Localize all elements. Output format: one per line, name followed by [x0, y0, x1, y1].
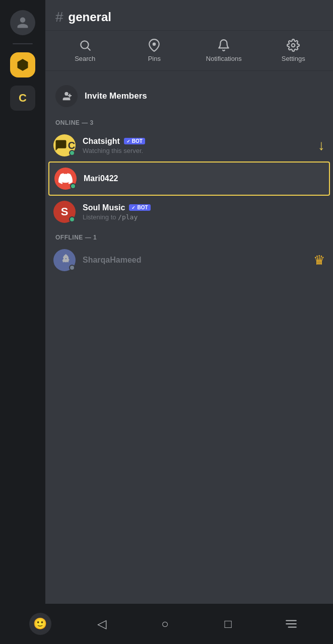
chatsight-avatar-wrapper: C — [53, 134, 76, 156]
gear-icon — [287, 39, 300, 52]
svg-point-3 — [292, 44, 295, 47]
member-mario[interactable]: Mari0422 — [48, 162, 330, 196]
channel-toolbar: Search Pins Notifications — [45, 31, 333, 71]
bell-icon — [217, 39, 230, 52]
chatsight-bot-badge: ✓ BOT — [124, 138, 145, 144]
sidebar: C — [0, 0, 45, 604]
pins-label: Pins — [148, 55, 161, 62]
invite-label: Invite Members — [85, 91, 147, 101]
sidebar-divider — [13, 43, 33, 44]
soul-name: Soul Music — [83, 203, 125, 212]
toolbar-notifications[interactable]: Notifications — [206, 39, 242, 62]
settings-label: Settings — [282, 55, 305, 62]
toolbar-search[interactable]: Search — [68, 39, 103, 62]
member-chatsight[interactable]: C Chatsight ✓ BOT Watching this server. — [45, 129, 333, 162]
svg-point-0 — [81, 41, 88, 48]
member-soul-music[interactable]: S Soul Music ✓ BOT Listening to /play — [45, 196, 333, 228]
mario-name-row: Mari0422 — [84, 174, 324, 183]
channel-header: # general — [45, 0, 333, 31]
arrow-down-indicator: ↓ — [318, 137, 325, 153]
back-button[interactable]: ◁ — [89, 611, 114, 636]
channel-title: general — [69, 10, 111, 24]
search-icon — [79, 39, 92, 52]
members-panel: Invite Members ONLINE — 3 C — [45, 71, 333, 604]
sidebar-server-c[interactable]: C — [10, 86, 35, 111]
user-avatar[interactable] — [10, 10, 35, 35]
svg-point-8 — [65, 258, 66, 259]
soul-status-text: Listening to /play — [83, 213, 325, 221]
chatsight-info: Chatsight ✓ BOT Watching this server. — [83, 137, 311, 154]
chatsight-name-row: Chatsight ✓ BOT — [83, 137, 311, 146]
bottom-nav: 🙂 ◁ ○ □ — [0, 604, 333, 644]
sidebar-server-active[interactable] — [10, 52, 35, 77]
svg-line-1 — [88, 48, 90, 50]
svg-point-7 — [62, 258, 63, 259]
soul-status-dot — [69, 216, 75, 222]
pin-icon — [148, 39, 161, 52]
sharqa-status-dot — [69, 265, 75, 271]
soul-bot-badge: ✓ BOT — [129, 204, 150, 211]
mario-avatar-wrapper — [54, 168, 77, 190]
mario-status-dot — [70, 183, 76, 189]
notifications-label: Notifications — [206, 55, 242, 62]
mario-info: Mari0422 — [84, 174, 324, 183]
emoji-button[interactable]: 🙂 — [29, 613, 51, 635]
channel-hash: # — [55, 9, 63, 25]
online-section-header: ONLINE — 3 — [45, 113, 333, 129]
member-sharqa[interactable]: SharqaHameed ♛ — [45, 244, 333, 276]
home-button[interactable]: ○ — [152, 611, 177, 636]
sharqa-info: SharqaHameed — [83, 256, 306, 265]
recents-button[interactable]: □ — [216, 611, 241, 636]
sharqa-name: SharqaHameed — [83, 256, 142, 265]
invite-members-row[interactable]: Invite Members — [45, 79, 333, 113]
crown-icon: ♛ — [313, 253, 325, 268]
sharqa-name-row: SharqaHameed — [83, 256, 306, 265]
search-label: Search — [75, 55, 95, 62]
soul-avatar-wrapper: S — [53, 201, 76, 223]
chatsight-status-dot — [69, 150, 75, 156]
svg-point-2 — [153, 43, 156, 46]
sharqa-avatar-wrapper — [53, 249, 76, 271]
menu-button[interactable] — [279, 611, 304, 636]
soul-name-row: Soul Music ✓ BOT — [83, 203, 325, 212]
main-panel: # general Search Pins — [45, 0, 333, 604]
offline-section-header: OFFLINE — 1 — [45, 228, 333, 244]
chatsight-status-text: Watching this server. — [83, 147, 311, 154]
toolbar-pins[interactable]: Pins — [137, 39, 172, 62]
chatsight-name: Chatsight — [83, 137, 120, 146]
soul-info: Soul Music ✓ BOT Listening to /play — [83, 203, 325, 221]
toolbar-settings[interactable]: Settings — [276, 39, 311, 62]
svg-point-4 — [64, 92, 68, 96]
mario-name: Mari0422 — [84, 174, 118, 183]
invite-icon — [55, 85, 78, 107]
